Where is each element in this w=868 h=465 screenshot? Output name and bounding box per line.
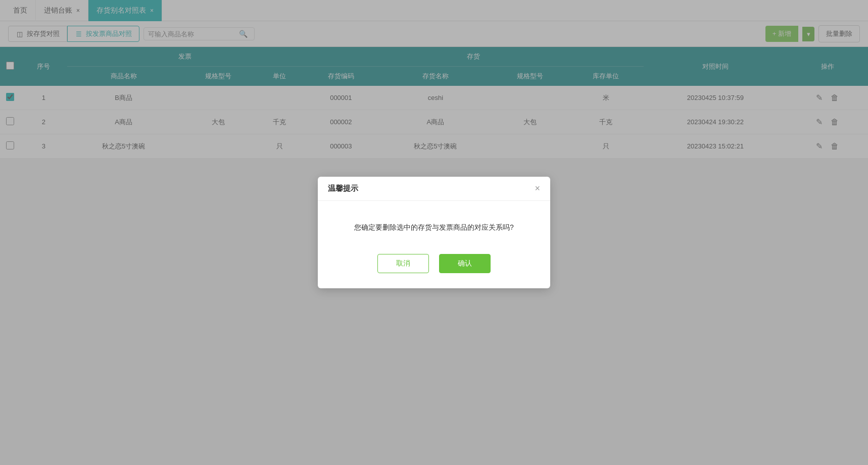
modal-overlay: 温馨提示 × 您确定要删除选中的存货与发票商品的对应关系吗? 取消 确认 xyxy=(0,0,868,159)
